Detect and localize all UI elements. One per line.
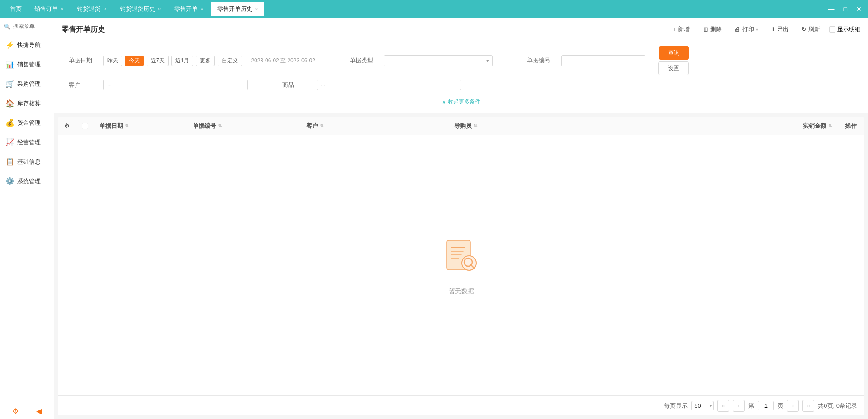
print-dropdown-icon[interactable]: ▾ (756, 27, 758, 32)
table-settings-icon[interactable]: ⚙ (58, 122, 76, 129)
date-btn-today[interactable]: 今天 (125, 56, 144, 66)
collapse-label: 收起更多条件 (448, 98, 480, 106)
tab-sales-order[interactable]: 销售订单 × (28, 2, 70, 16)
sidebar-item-label-basic-info: 基础信息 (17, 158, 41, 166)
print-button[interactable]: 🖨 打印 ▾ (731, 24, 762, 35)
customer-placeholder: ··· (107, 82, 244, 88)
sidebar-item-label-purchase-mgmt: 采购管理 (17, 80, 41, 88)
tab-close-sales-return[interactable]: × (103, 6, 106, 12)
tab-close-sales-order[interactable]: × (61, 6, 63, 12)
pagination-next-btn[interactable]: › (787, 400, 799, 412)
doc-no-input[interactable] (561, 55, 645, 66)
tab-sales-return[interactable]: 销货退货 × (71, 2, 112, 16)
top-tabbar: 首页 销售订单 × 销货退货 × 销货退货历史 × 零售开单 × 零售开单历史 … (0, 0, 868, 18)
search-icon: 🔍 (4, 24, 10, 30)
sales-mgmt-icon: 📊 (5, 60, 14, 69)
empty-state: 暂无数据 (58, 135, 864, 395)
collapse-up-icon: ∧ (442, 99, 446, 105)
minimize-btn[interactable]: — (825, 5, 837, 14)
filter-row-customer: 客户 ··· 商品 ··· (69, 80, 854, 90)
th-customer-sort-icon: ⇅ (320, 123, 323, 128)
table-area: ⚙ 单据日期 ⇅ 单据编号 ⇅ 客户 ⇅ 导购员 ⇅ (58, 117, 864, 415)
collapse-button[interactable]: ∧ 收起更多条件 (442, 98, 480, 106)
table-select-all-checkbox[interactable] (76, 123, 94, 129)
sidebar-item-label-quick-nav: 快捷导航 (17, 41, 41, 49)
goods-input[interactable]: ··· (317, 80, 461, 90)
sidebar-item-operations[interactable]: 📈 经营管理 (0, 132, 54, 152)
table-header: ⚙ 单据日期 ⇅ 单据编号 ⇅ 客户 ⇅ 导购员 ⇅ (58, 117, 864, 135)
customer-input[interactable]: ··· (103, 80, 248, 90)
tab-home[interactable]: 首页 (4, 2, 28, 16)
sidebar-item-system[interactable]: ⚙️ 系统管理 (0, 171, 54, 191)
th-customer[interactable]: 客户 ⇅ (301, 122, 449, 130)
sidebar-item-inventory[interactable]: 🏠 库存核算 (0, 94, 54, 113)
customer-label: 客户 (69, 81, 96, 89)
pagination-page-input[interactable] (758, 401, 774, 410)
operations-icon: 📈 (5, 138, 14, 146)
tab-close-sales-return-history[interactable]: × (158, 6, 161, 12)
date-range-text: 2023-06-02 至 2023-06-02 (251, 57, 315, 65)
tab-close-retail-open-history[interactable]: × (255, 6, 258, 12)
collapse-row: ∧ 收起更多条件 (69, 95, 854, 108)
display-detail-checkbox-group: 显示明细 (829, 25, 861, 33)
sidebar-item-sales-mgmt[interactable]: 📊 销售管理 (0, 55, 54, 74)
toolbar: + 新增 🗑 删除 🖨 打印 ▾ ⬆ 导出 ↻ 刷新 (669, 24, 861, 35)
date-btn-last7[interactable]: 近7天 (147, 56, 169, 66)
pagination-last-btn[interactable]: » (802, 400, 814, 412)
sidebar-collapse-btn[interactable]: ◀ (36, 407, 42, 415)
th-amount-label: 实销金额 (803, 122, 826, 130)
tab-retail-open-history[interactable]: 零售开单历史 × (211, 2, 264, 16)
system-icon: ⚙️ (5, 177, 14, 185)
sidebar-item-finance[interactable]: 💰 资金管理 (0, 113, 54, 132)
doc-type-select-wrapper (384, 55, 493, 66)
page-title-row: 零售开单历史 + 新增 🗑 删除 🖨 打印 ▾ ⬆ 导出 (62, 24, 861, 35)
th-guide[interactable]: 导购员 ⇅ (449, 122, 542, 130)
export-button[interactable]: ⬆ 导出 (767, 24, 793, 35)
sidebar-item-purchase-mgmt[interactable]: 🛒 采购管理 (0, 74, 54, 94)
add-button[interactable]: + 新增 (669, 24, 693, 35)
date-btn-yesterday[interactable]: 昨天 (103, 56, 122, 66)
purchase-mgmt-icon: 🛒 (5, 80, 14, 88)
tab-retail-open[interactable]: 零售开单 × (168, 2, 209, 16)
per-page-label: 每页显示 (664, 402, 688, 410)
query-button[interactable]: 查询 (659, 46, 689, 60)
doc-type-select[interactable] (384, 55, 493, 66)
th-docno[interactable]: 单据编号 ⇅ (187, 122, 301, 130)
th-date[interactable]: 单据日期 ⇅ (94, 122, 187, 130)
close-btn[interactable]: ✕ (854, 5, 864, 14)
date-btn-more[interactable]: 更多 (196, 56, 215, 66)
pagination: 每页显示 10 20 50 100 « ‹ 第 页 › » 共0页, 0条记录 (58, 395, 864, 415)
tab-sales-return-history[interactable]: 销货退货历史 × (114, 2, 167, 16)
th-amount[interactable]: 实销金额 ⇅ (758, 122, 837, 130)
th-date-sort-icon: ⇅ (125, 123, 128, 128)
th-docno-sort-icon: ⇅ (218, 123, 222, 128)
date-btn-custom[interactable]: 自定义 (218, 56, 242, 66)
per-page-select[interactable]: 10 20 50 100 (691, 401, 714, 410)
tab-close-retail-open[interactable]: × (200, 6, 203, 12)
pagination-first-btn[interactable]: « (717, 400, 729, 412)
sidebar-item-quick-nav[interactable]: ⚡ 快捷导航 (0, 35, 54, 55)
th-date-label: 单据日期 (100, 122, 123, 130)
delete-button[interactable]: 🗑 删除 (699, 24, 726, 35)
date-btn-last-month[interactable]: 近1月 (171, 56, 194, 66)
window-controls: — □ ✕ (825, 5, 864, 14)
th-amount-sort-icon: ⇅ (828, 123, 832, 128)
main-layout: 🔍 搜索菜单 ⚡ 快捷导航 📊 销售管理 🛒 采购管理 🏠 库存核算 💰 资金管… (0, 18, 868, 419)
filter-settings-button[interactable]: 设置 (658, 61, 689, 75)
inventory-icon: 🏠 (5, 99, 14, 108)
doc-type-label: 单据类型 (350, 56, 377, 65)
goods-placeholder: ··· (321, 82, 457, 88)
goods-label: 商品 (282, 81, 309, 89)
refresh-button[interactable]: ↻ 刷新 (798, 24, 824, 35)
sidebar-item-basic-info[interactable]: 📋 基础信息 (0, 152, 54, 171)
sidebar-settings-btn[interactable]: ⚙ (12, 407, 19, 415)
page-header: 零售开单历史 + 新增 🗑 删除 🖨 打印 ▾ ⬆ 导出 (54, 18, 868, 113)
content-area: 零售开单历史 + 新增 🗑 删除 🖨 打印 ▾ ⬆ 导出 (54, 18, 868, 419)
sidebar-search[interactable]: 🔍 搜索菜单 (0, 18, 54, 35)
page-title: 零售开单历史 (62, 25, 105, 34)
date-label: 单据日期 (69, 56, 96, 65)
pagination-prev-btn[interactable]: ‹ (733, 400, 745, 412)
basic-info-icon: 📋 (5, 157, 14, 166)
maximize-btn[interactable]: □ (841, 5, 850, 14)
display-detail-checkbox[interactable] (829, 26, 835, 33)
